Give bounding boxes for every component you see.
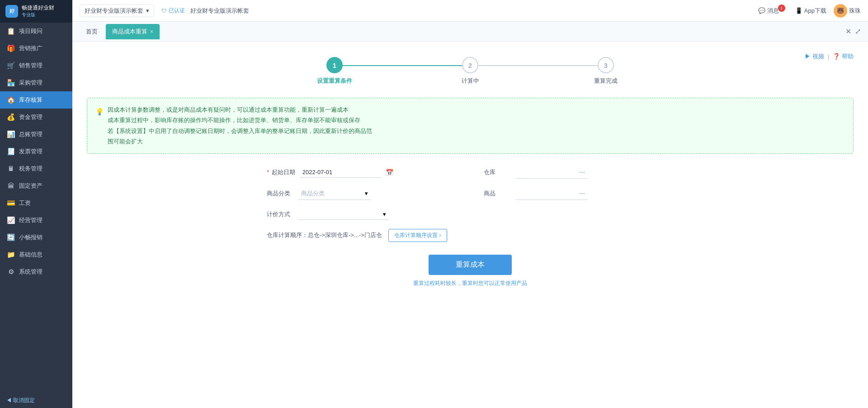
- step-1-label: 设置重算条件: [317, 77, 352, 85]
- message-icon: 💬: [758, 7, 765, 14]
- topbar-right: 💬 消息 1 📱 App下载 🐻 珠珠: [758, 4, 861, 18]
- tab-recalc[interactable]: 商品成本重算 ×: [106, 24, 160, 39]
- form-grid: * 起始日期 📅 仓库 ··· 商品分类 商品分类 ▾: [267, 166, 674, 200]
- pricing-chevron-icon: ▾: [383, 211, 386, 218]
- notification-count: 1: [778, 5, 785, 12]
- product-row: 商品 ···: [484, 188, 674, 200]
- warehouse-order-btn[interactable]: 仓库计算顺序设置 ›: [388, 229, 447, 242]
- stepper: 1 设置重算条件 2 计算中 3 重算完成: [87, 52, 854, 85]
- sidebar-item-marketing[interactable]: 🎁 营销推广: [0, 40, 72, 57]
- content-area: 1 设置重算条件 2 计算中 3 重算完成: [72, 42, 868, 408]
- expand-icon[interactable]: ⤢: [855, 27, 861, 36]
- sidebar-item-label: 总账管理: [19, 130, 42, 138]
- sidebar-item-label: 项目顾问: [19, 27, 42, 35]
- sidebar-item-label: 营销推广: [19, 44, 42, 52]
- finance-icon: 💰: [6, 113, 15, 121]
- sidebar-item-label: 工资: [19, 199, 31, 207]
- app-download-button[interactable]: 📱 App下载: [795, 7, 826, 15]
- warehouse-input[interactable]: ···: [515, 166, 588, 179]
- step-2-label: 计算中: [462, 77, 479, 85]
- help-link[interactable]: ❓ 帮助: [833, 52, 854, 61]
- step-1-circle: 1: [326, 57, 343, 73]
- start-date-input[interactable]: [300, 167, 381, 178]
- category-select[interactable]: 商品分类 ▾: [298, 188, 371, 200]
- topbar: 好业财专业版演示帐套 ▾ 🛡 已认证 好业财专业版演示帐套 💬 消息 1 📱 A…: [72, 0, 868, 22]
- sidebar-item-expense[interactable]: 🔄 小畅报销: [0, 229, 72, 246]
- pricing-row: 计价方式 ▾: [267, 209, 674, 220]
- step-2-circle: 2: [462, 57, 478, 73]
- pricing-select[interactable]: ▾: [298, 209, 389, 220]
- marketing-icon: 🎁: [6, 44, 15, 52]
- sidebar-item-operation[interactable]: 📈 经营管理: [0, 212, 72, 229]
- notice-text: 因成本计算参数调整，或是对商品成本有疑问时，可以通过成本重算功能，重新计算一遍成…: [108, 104, 372, 147]
- notification-button[interactable]: 💬 消息 1: [758, 7, 788, 15]
- warehouse-label: 仓库: [484, 168, 511, 176]
- salary-icon: 💳: [6, 199, 15, 207]
- main-area: 好业财专业版演示帐套 ▾ 🛡 已认证 好业财专业版演示帐套 💬 消息 1 📱 A…: [72, 0, 868, 408]
- pricing-label: 计价方式: [267, 210, 294, 218]
- sidebar-item-label: 经营管理: [19, 216, 42, 224]
- sidebar-item-basic[interactable]: 📁 基础信息: [0, 246, 72, 263]
- step-3-label: 重算完成: [594, 77, 618, 85]
- video-link[interactable]: ▶ 视频: [805, 52, 824, 61]
- sidebar: 好 畅捷通好业财 专业版 📋 项目顾问 🎁 营销推广 🛒 销售管理 🏪 采购管理…: [0, 0, 72, 408]
- tab-home[interactable]: 首页: [80, 24, 104, 39]
- shield-icon: 🛡: [161, 8, 167, 14]
- operation-icon: 📈: [6, 216, 15, 224]
- sidebar-item-project[interactable]: 📋 项目顾问: [0, 23, 72, 40]
- category-label: 商品分类: [267, 190, 294, 198]
- avatar: 🐻: [834, 4, 847, 18]
- expense-icon: 🔄: [6, 233, 15, 242]
- close-window-icon[interactable]: ✕: [845, 27, 851, 36]
- warehouse-row: 仓库 ···: [484, 166, 674, 179]
- user-avatar-button[interactable]: 🐻 珠珠: [834, 4, 861, 18]
- project-icon: 📋: [6, 27, 15, 35]
- sidebar-item-system[interactable]: ⚙ 系统管理: [0, 263, 72, 280]
- product-label: 商品: [484, 190, 511, 198]
- step-2: 2 计算中: [402, 57, 538, 85]
- account-select-text: 好业财专业版演示帐套: [85, 7, 143, 15]
- sidebar-item-sales[interactable]: 🛒 销售管理: [0, 57, 72, 74]
- assets-icon: 🏛: [6, 182, 15, 190]
- tab-close-icon[interactable]: ×: [150, 28, 153, 35]
- product-input[interactable]: ···: [515, 188, 588, 200]
- sidebar-item-invoice[interactable]: 🧾 发票管理: [0, 143, 72, 160]
- sidebar-item-ledger[interactable]: 📊 总账管理: [0, 126, 72, 143]
- sidebar-item-tax[interactable]: 🖩 税务管理: [0, 160, 72, 177]
- inventory-icon: 🏠: [6, 96, 15, 104]
- light-icon: 💡: [95, 105, 104, 147]
- sidebar-item-inventory[interactable]: 🏠 库存核算: [0, 91, 72, 109]
- category-chevron-icon: ▾: [365, 190, 368, 197]
- ledger-icon: 📊: [6, 130, 15, 138]
- chevron-right-icon: ›: [439, 232, 441, 238]
- logo-icon: 好: [5, 5, 18, 18]
- notice-box: 💡 因成本计算参数调整，或是对商品成本有疑问时，可以通过成本重算功能，重新计算一…: [87, 98, 854, 154]
- mobile-icon: 📱: [795, 7, 802, 14]
- account-select[interactable]: 好业财专业版演示帐套 ▾: [80, 5, 154, 17]
- sidebar-item-assets[interactable]: 🏛 固定资产: [0, 177, 72, 195]
- sidebar-item-label: 发票管理: [19, 147, 42, 156]
- category-placeholder: 商品分类: [301, 190, 362, 198]
- tab-controls: ✕ ⤢: [845, 27, 861, 36]
- verified-badge: 🛡 已认证: [161, 7, 185, 14]
- basic-icon: 📁: [6, 251, 15, 259]
- step-2-line: [470, 65, 606, 66]
- calendar-icon[interactable]: 📅: [386, 169, 393, 176]
- sidebar-item-label: 销售管理: [19, 62, 42, 70]
- category-row: 商品分类 商品分类 ▾: [267, 188, 457, 200]
- required-star: *: [267, 169, 269, 176]
- step-actions: ▶ 视频 | ❓ 帮助: [805, 52, 854, 61]
- system-icon: ⚙: [6, 268, 15, 276]
- step-1-line: [335, 65, 470, 66]
- sidebar-item-salary[interactable]: 💳 工资: [0, 195, 72, 212]
- sidebar-item-purchase[interactable]: 🏪 采购管理: [0, 74, 72, 91]
- recalc-button[interactable]: 重算成本: [429, 255, 512, 275]
- warehouse-order-row: 仓库计算顺序：总仓->深圳仓库->...->门店仓 仓库计算顺序设置 ›: [267, 229, 674, 242]
- start-date-label: * 起始日期: [267, 168, 295, 176]
- sidebar-item-finance[interactable]: 💰 资金管理: [0, 109, 72, 126]
- warehouse-order-text: 仓库计算顺序：总仓->深圳仓库->...->门店仓: [267, 231, 382, 239]
- app-logo: 好 畅捷通好业财 专业版: [0, 0, 72, 23]
- tab-bar: 首页 商品成本重算 × ✕ ⤢: [72, 22, 868, 42]
- sidebar-item-label: 资金管理: [19, 113, 42, 121]
- sidebar-unpin[interactable]: ◀ 取消固定: [0, 393, 72, 408]
